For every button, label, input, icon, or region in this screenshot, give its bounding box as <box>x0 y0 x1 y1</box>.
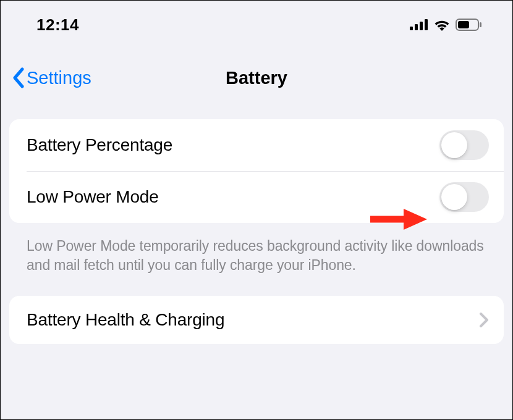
cellular-icon <box>410 19 428 30</box>
svg-rect-6 <box>480 22 481 27</box>
svg-rect-1 <box>415 24 418 30</box>
row-label: Battery Health & Charging <box>27 310 224 330</box>
status-time: 12:14 <box>36 15 79 35</box>
status-icons <box>410 19 481 31</box>
back-label: Settings <box>27 68 91 88</box>
toggle-knob <box>441 132 467 158</box>
back-button[interactable]: Settings <box>12 67 91 88</box>
row-low-power-mode[interactable]: Low Power Mode <box>9 171 504 223</box>
chevron-right-icon <box>479 312 489 328</box>
row-label: Battery Percentage <box>27 135 172 155</box>
svg-rect-3 <box>425 19 428 30</box>
toggle-low-power-mode[interactable] <box>439 182 489 212</box>
svg-rect-2 <box>420 22 423 30</box>
row-battery-percentage[interactable]: Battery Percentage <box>9 119 504 171</box>
svg-rect-0 <box>410 27 413 30</box>
toggle-battery-percentage[interactable] <box>439 130 489 160</box>
svg-rect-5 <box>458 21 469 28</box>
toggle-knob <box>441 184 467 210</box>
wifi-icon <box>433 19 451 31</box>
settings-group-battery-toggles: Battery Percentage Low Power Mode <box>9 119 504 223</box>
chevron-left-icon <box>12 67 25 88</box>
row-battery-health[interactable]: Battery Health & Charging <box>9 296 504 344</box>
nav-header: Settings Battery <box>1 38 512 101</box>
status-bar: 12:14 <box>1 1 512 38</box>
settings-group-battery-health: Battery Health & Charging <box>9 296 504 344</box>
battery-icon <box>456 19 481 31</box>
content: Battery Percentage Low Power Mode Low Po… <box>1 101 512 344</box>
row-label: Low Power Mode <box>27 187 159 207</box>
page-title: Battery <box>226 68 287 88</box>
group-footer: Low Power Mode temporarily reduces backg… <box>9 232 504 296</box>
